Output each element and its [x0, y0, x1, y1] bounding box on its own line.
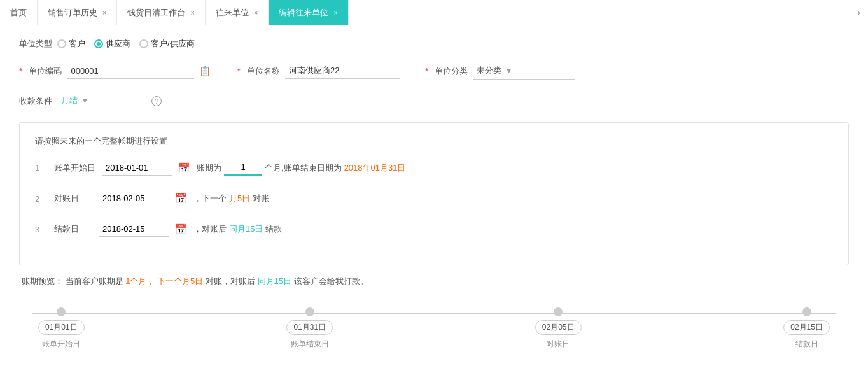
payment-terms-select[interactable]: 月结 ▼ — [57, 92, 146, 109]
row-num-2: 2 — [35, 194, 48, 204]
node-circle-1 — [305, 307, 314, 316]
setting-row-1: 1 账单开始日 📅 账期为 个月,账单结束日期为 2018年01月31日 — [35, 160, 833, 176]
radio-supplier[interactable]: 供应商 — [94, 38, 130, 50]
desc-prefix: 账期为 — [197, 162, 221, 174]
unit-name-label: 单位名称 — [247, 66, 280, 77]
main-content: 单位类型 客户 供应商 客户/供应商 * 单位编码 — [0, 25, 868, 387]
unit-name-input[interactable] — [285, 64, 400, 79]
preview-text4: 该客户会给我打款。 — [294, 276, 368, 286]
setting-row-3: 3 结款日 📅 ，对账后 同月15日 结款 — [35, 222, 833, 237]
timeline-nodes: 01月01日 账单开始日 01月31日 账单结束日 02月05日 对账日 02月… — [38, 307, 830, 349]
reconcile-date-calendar-icon[interactable]: 📅 — [175, 193, 187, 204]
node-circle-0 — [57, 307, 66, 316]
row-num-3: 3 — [35, 225, 48, 234]
reconcile-date-desc: ，下一个月5日 对账 — [193, 193, 269, 204]
payment-terms-value: 月结 — [61, 95, 78, 106]
months-input[interactable] — [224, 160, 262, 176]
node-label-0: 账单开始日 — [42, 339, 80, 349]
unit-code-input[interactable] — [67, 64, 194, 79]
node-label-1: 账单结束日 — [291, 339, 329, 349]
node-date-2: 02月05日 — [535, 320, 582, 335]
tab-sales-history[interactable]: 销售订单历史 × — [38, 0, 117, 25]
settings-title: 请按照未来的一个完整帐期进行设置 — [35, 136, 833, 147]
payment-date-input[interactable] — [99, 222, 169, 237]
row-label-start: 账单开始日 — [54, 162, 95, 174]
timeline-node-2: 02月05日 对账日 — [535, 307, 582, 349]
tab-bar: 首页 销售订单历史 × 钱货日清工作台 × 往来单位 × 编辑往来单位 × › — [0, 0, 868, 25]
tab-close-partner[interactable]: × — [254, 9, 258, 17]
payment-terms-chevron-icon: ▼ — [81, 97, 88, 104]
timeline-node-3: 02月15日 结款日 — [783, 307, 830, 349]
unit-code-calendar-icon[interactable]: 📋 — [199, 66, 211, 77]
unit-category-chevron-icon: ▼ — [505, 67, 512, 74]
payment-terms-field: 收款条件 月结 ▼ ? — [19, 92, 162, 109]
end-date-highlight: 2018年01月31日 — [344, 162, 406, 174]
unit-type-label: 单位类型 — [19, 38, 52, 50]
node-circle-3 — [802, 307, 811, 316]
timeline-node-1: 01月31日 账单结束日 — [286, 307, 333, 349]
unit-code-label: 单位编码 — [29, 66, 62, 77]
row-num-1: 1 — [35, 163, 48, 172]
preview-highlight3: 同月15日 — [258, 276, 291, 286]
preview-highlight2: 下一个月5日 — [157, 276, 203, 286]
tab-close-sales-history[interactable]: × — [102, 9, 106, 17]
node-date-3: 02月15日 — [783, 320, 830, 335]
timeline-node-0: 01月01日 账单开始日 — [38, 307, 85, 349]
payment-date-desc: ，对账后 同月15日 结款 — [193, 223, 282, 235]
tab-cash-work[interactable]: 钱货日清工作台 × — [117, 0, 205, 25]
reconcile-desc-prefix: ，下一个 — [193, 193, 227, 204]
tab-more-button[interactable]: › — [850, 7, 868, 18]
row-label-payment: 结款日 — [54, 223, 92, 235]
timeline-container: 01月01日 账单开始日 01月31日 账单结束日 02月05日 对账日 02月… — [19, 302, 849, 369]
radio-circle-customer-supplier — [139, 39, 148, 48]
setting-row-2: 2 对账日 📅 ，下一个月5日 对账 — [35, 191, 833, 206]
reconcile-desc-suffix: 对账 — [253, 193, 269, 204]
unit-code-required: * — [19, 66, 22, 76]
radio-label-customer: 客户 — [69, 38, 85, 50]
unit-category-label: 单位分类 — [435, 66, 468, 77]
unit-type-row: 单位类型 客户 供应商 客户/供应商 — [19, 38, 849, 50]
unit-info-row: * 单位编码 📋 * 单位名称 * 单位分类 未分类 ▼ — [19, 62, 849, 80]
preview-label: 账期预览： — [22, 276, 63, 286]
unit-code-field: * 单位编码 📋 — [19, 64, 211, 79]
radio-label-supplier: 供应商 — [106, 38, 130, 50]
payment-terms-label: 收款条件 — [19, 95, 52, 107]
radio-circle-customer — [57, 39, 66, 48]
preview-highlight1: 1个月， — [125, 276, 155, 286]
node-label-3: 结款日 — [795, 339, 818, 349]
radio-circle-supplier — [94, 39, 103, 48]
desc-suffix: 个月,账单结束日期为 — [265, 162, 342, 174]
radio-group-unit-type: 客户 供应商 客户/供应商 — [57, 38, 195, 50]
tab-partner[interactable]: 往来单位 × — [206, 0, 269, 25]
unit-name-field: * 单位名称 — [237, 64, 399, 79]
radio-label-customer-supplier: 客户/供应商 — [151, 38, 195, 50]
settings-panel: 请按照未来的一个完整帐期进行设置 1 账单开始日 📅 账期为 个月,账单结束日期… — [19, 122, 849, 265]
payment-terms-row: 收款条件 月结 ▼ ? — [19, 92, 849, 109]
unit-type-field: 单位类型 客户 供应商 客户/供应商 — [19, 38, 195, 50]
unit-name-required: * — [237, 66, 240, 76]
tab-close-edit-partner[interactable]: × — [333, 9, 337, 17]
reconcile-highlight: 月5日 — [229, 193, 250, 204]
preview-text3: 对账，对账后 — [206, 276, 255, 286]
start-date-input[interactable] — [102, 160, 172, 176]
node-circle-2 — [554, 307, 563, 316]
node-date-0: 01月01日 — [38, 320, 85, 335]
node-label-2: 对账日 — [547, 339, 570, 349]
payment-desc-prefix: ，对账后 — [193, 223, 227, 235]
reconcile-date-input[interactable] — [99, 191, 169, 206]
row-label-reconcile: 对账日 — [54, 193, 92, 204]
payment-date-calendar-icon[interactable]: 📅 — [175, 223, 187, 235]
unit-category-required: * — [425, 66, 428, 76]
tab-close-cash-work[interactable]: × — [190, 9, 194, 17]
start-date-calendar-icon[interactable]: 📅 — [178, 162, 190, 174]
payment-terms-help-icon[interactable]: ? — [151, 96, 162, 106]
radio-customer[interactable]: 客户 — [57, 38, 85, 50]
tab-edit-partner[interactable]: 编辑往来单位 × — [269, 0, 348, 25]
payment-highlight: 同月15日 — [229, 223, 263, 235]
unit-category-select[interactable]: 未分类 ▼ — [473, 62, 575, 80]
start-date-desc: 账期为 个月,账单结束日期为 2018年01月31日 — [197, 160, 405, 176]
unit-category-value: 未分类 — [477, 65, 501, 76]
unit-category-field: * 单位分类 未分类 ▼ — [425, 62, 575, 80]
radio-customer-supplier[interactable]: 客户/供应商 — [139, 38, 195, 50]
tab-home[interactable]: 首页 — [0, 0, 38, 25]
